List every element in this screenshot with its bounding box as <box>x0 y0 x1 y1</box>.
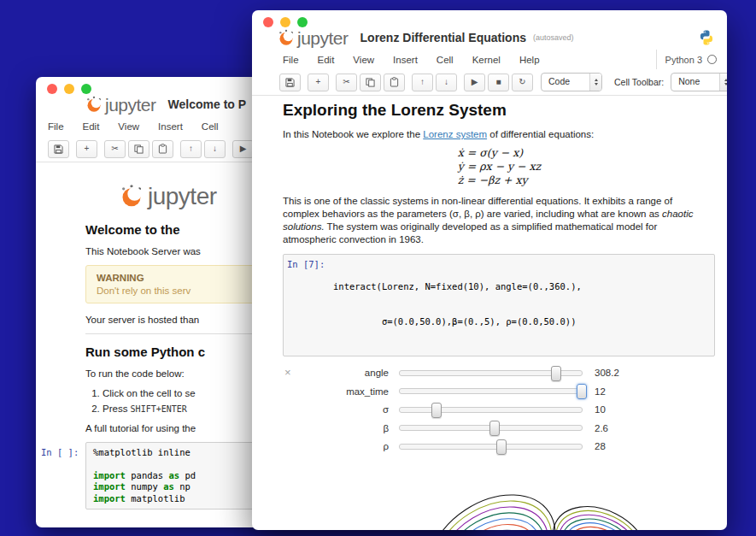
slider-row: β2.6 <box>310 419 716 438</box>
input-prompt: In [ ]: <box>41 442 84 457</box>
copy-cell-button[interactable] <box>360 74 381 91</box>
toolbar: + ✂ ↑ ↓ ▶ ■ ↻ Code Cell Toolbar: None <box>252 69 727 96</box>
kernel-idle-icon <box>707 55 717 64</box>
move-cell-down-button[interactable]: ↓ <box>436 74 457 91</box>
intro-text: of differential equations: <box>487 129 594 139</box>
move-cell-up-button[interactable]: ↑ <box>412 74 433 91</box>
add-cell-button[interactable]: + <box>76 140 97 158</box>
slider-label: max_time <box>310 386 389 397</box>
code-cell: In [7]: interact(Lorenz, N=fixed(10), an… <box>283 254 715 356</box>
menu-edit[interactable]: Edit <box>83 121 100 132</box>
jupyter-wordmark: jupyter <box>148 186 217 209</box>
copy-cell-button[interactable] <box>128 140 149 158</box>
slider-handle[interactable] <box>431 403 442 418</box>
lorenz-notebook-window[interactable]: jupyter Lorenz Differential Equations (a… <box>252 10 727 530</box>
equation-line: ż = −βz + xy <box>458 174 541 187</box>
cell-type-value: Code <box>542 74 589 91</box>
notebook-title[interactable]: Welcome to P <box>168 97 247 111</box>
add-cell-button[interactable]: + <box>308 74 329 91</box>
menu-insert[interactable]: Insert <box>393 55 418 65</box>
slider-track[interactable] <box>399 407 583 413</box>
scissors-icon: ✂ <box>111 144 118 153</box>
cut-cell-button[interactable]: ✂ <box>336 74 357 91</box>
slider-track[interactable] <box>399 388 583 394</box>
slider-value: 2.6 <box>595 423 608 433</box>
slider-label: ρ <box>310 441 389 451</box>
save-icon <box>285 78 295 87</box>
slider-handle[interactable] <box>496 439 507 455</box>
slider-row: ρ28 <box>310 437 716 456</box>
jupyter-logo: jupyter <box>278 28 349 47</box>
refresh-icon: ↻ <box>519 78 525 86</box>
code-input[interactable]: interact(Lorenz, N=fixed(10), angle=(0.,… <box>333 258 711 350</box>
menu-view[interactable]: View <box>118 121 139 132</box>
slider-handle[interactable] <box>489 421 500 436</box>
menu-cell[interactable]: Cell <box>202 121 219 132</box>
run-cell-button[interactable]: ▶ <box>232 140 254 158</box>
save-button[interactable] <box>279 74 301 91</box>
select-stepper-icon <box>719 74 727 91</box>
slider-value: 12 <box>595 386 606 397</box>
jupyter-wordmark: jupyter <box>105 97 156 114</box>
intro-paragraph: In this Notebook we explore the Lorenz s… <box>283 128 716 141</box>
copy-icon <box>134 144 144 154</box>
restart-kernel-button[interactable]: ↻ <box>512 74 533 91</box>
lorenz-system-link[interactable]: Lorenz system <box>423 129 487 139</box>
plus-icon: + <box>85 144 90 153</box>
slider-track[interactable] <box>399 370 583 376</box>
menu-file[interactable]: File <box>283 55 299 65</box>
run-cell-button[interactable]: ▶ <box>464 74 485 91</box>
menu-help[interactable]: Help <box>519 55 540 65</box>
arrow-down-icon: ↓ <box>213 144 217 153</box>
equation-block: ẋ = σ(y − x) ẏ = ρx − y − xz ż = −βz + x… <box>458 146 541 188</box>
slider-value: 10 <box>595 404 606 415</box>
slider-track[interactable] <box>399 444 583 450</box>
notebook-title[interactable]: Lorenz Differential Equations <box>360 31 526 44</box>
cell-toolbar-label: Cell Toolbar: <box>614 77 664 87</box>
menu-edit[interactable]: Edit <box>318 55 335 65</box>
menu-kernel[interactable]: Kernel <box>472 55 501 65</box>
description-text: This is one of the classic systems in no… <box>283 196 672 219</box>
paste-cell-button[interactable] <box>152 140 173 158</box>
code-line: σ=(0.0,50.0),β=(0.,5), ρ=(0.0,50.0)) <box>333 316 711 328</box>
slider-handle[interactable] <box>577 384 587 399</box>
slider-value: 28 <box>595 441 606 451</box>
arrow-up-icon: ↑ <box>189 144 193 153</box>
copy-icon <box>366 78 375 87</box>
paste-icon <box>158 144 167 154</box>
interrupt-kernel-button[interactable]: ■ <box>488 74 509 91</box>
select-stepper-icon <box>589 74 601 91</box>
slider-label: β <box>310 423 389 433</box>
notebook-content: Exploring the Lorenz System In this Note… <box>252 96 727 530</box>
kernel-indicator: Python 3 <box>656 50 727 69</box>
save-icon <box>54 144 63 154</box>
desktop-background: { "colors": { "desktop_bg": "#1d1b9f", "… <box>0 0 756 536</box>
widget-close-button[interactable]: × <box>284 367 291 378</box>
jupyter-logo: jupyter <box>85 95 156 114</box>
titlebar: jupyter Lorenz Differential Equations (a… <box>252 10 727 50</box>
cell-toolbar-select[interactable]: None <box>671 73 727 91</box>
move-cell-up-button[interactable]: ↑ <box>180 140 202 158</box>
save-button[interactable] <box>48 140 69 158</box>
move-cell-down-button[interactable]: ↓ <box>204 140 226 158</box>
jupyter-planet-icon <box>85 95 103 114</box>
menu-insert[interactable]: Insert <box>158 121 183 132</box>
slider-row: max_time12 <box>310 382 716 401</box>
menu-file[interactable]: File <box>48 121 64 132</box>
description-paragraph: This is one of the classic systems in no… <box>283 195 710 246</box>
slider-track[interactable] <box>399 425 583 431</box>
description-text: The system was originally developed as a… <box>283 221 657 244</box>
arrow-up-icon: ↑ <box>420 78 425 86</box>
cut-cell-button[interactable]: ✂ <box>104 140 126 158</box>
menu-bar: File Edit View Insert Cell Kernel Help P… <box>252 50 727 69</box>
jupyter-planet-icon <box>120 183 144 209</box>
cell-type-select[interactable]: Code <box>541 73 602 91</box>
menu-cell[interactable]: Cell <box>437 55 454 65</box>
slider-handle[interactable] <box>551 366 561 381</box>
keyboard-shortcut: SHIFT+ENTER <box>131 404 187 414</box>
paste-cell-button[interactable] <box>384 74 405 91</box>
play-icon: ▶ <box>472 78 478 86</box>
interactive-sliders: angle308.2max_time12σ10β2.6ρ28 <box>283 363 716 456</box>
menu-view[interactable]: View <box>353 55 374 65</box>
slider-label: σ <box>310 404 389 415</box>
